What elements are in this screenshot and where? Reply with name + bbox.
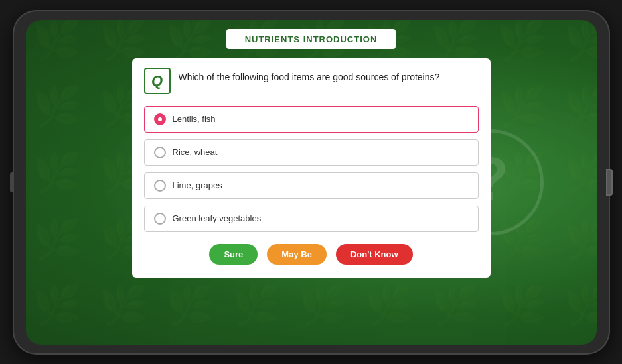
buttons-row: Sure May Be Don't Know [144, 244, 479, 265]
topic-header: NUTRIENTS INTRODUCTION [226, 29, 396, 49]
tablet-screen: ? NUTRIENTS INTRODUCTION Q Which of the … [26, 20, 597, 345]
option-label-3: Lime, grapes [173, 180, 222, 190]
option-label-2: Rice, wheat [173, 147, 218, 157]
radio-inner-1 [158, 117, 162, 121]
tablet-volume-button [10, 172, 14, 192]
option-label-4: Green leafy vegetables [173, 213, 262, 223]
radio-button-2[interactable] [154, 147, 166, 158]
sure-button[interactable]: Sure [209, 244, 258, 265]
option-item[interactable]: Green leafy vegetables [144, 206, 479, 232]
question-row: Q Which of the following food items are … [144, 68, 479, 94]
options-list: Lentils, fish Rice, wheat Lime, grapes G… [144, 106, 479, 232]
content-area: NUTRIENTS INTRODUCTION Q Which of the fo… [26, 20, 597, 345]
tablet-power-button [606, 169, 613, 196]
radio-button-4[interactable] [154, 213, 166, 225]
question-badge: Q [144, 68, 171, 94]
option-label-1: Lentils, fish [173, 114, 216, 124]
option-item[interactable]: Lentils, fish [144, 106, 479, 133]
question-text: Which of the following food items are go… [179, 68, 440, 84]
maybe-button[interactable]: May Be [267, 244, 327, 265]
dontknow-button[interactable]: Don't Know [336, 244, 413, 265]
option-item[interactable]: Lime, grapes [144, 172, 479, 199]
topic-title: NUTRIENTS INTRODUCTION [245, 34, 378, 44]
tablet-shell: ? NUTRIENTS INTRODUCTION Q Which of the … [13, 10, 610, 355]
radio-button-1[interactable] [154, 113, 166, 125]
option-item[interactable]: Rice, wheat [144, 139, 479, 166]
question-card: Q Which of the following food items are … [132, 58, 491, 278]
radio-button-3[interactable] [154, 180, 166, 192]
